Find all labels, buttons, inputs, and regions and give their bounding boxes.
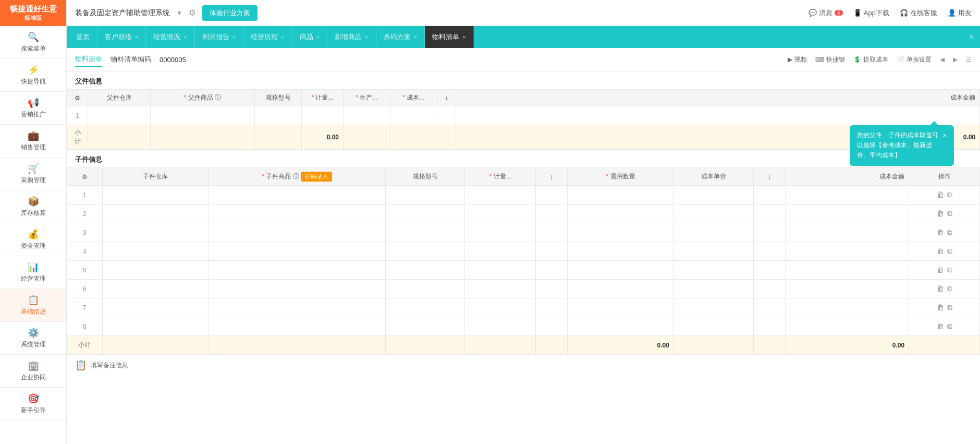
copy-icon[interactable]: ⧉: [947, 266, 952, 274]
single-settings-button[interactable]: 📄 单据设置: [897, 55, 932, 64]
bottom-text[interactable]: 填写备注信息: [91, 361, 128, 370]
child-warehouse-cell[interactable]: [102, 280, 209, 298]
child-need-qty-cell[interactable]: [568, 280, 674, 298]
tab-profit-report[interactable]: 利润报告 ×: [195, 26, 243, 48]
sub-tab-bom-list[interactable]: 物料清单: [75, 52, 102, 67]
sidebar-item-search[interactable]: 🔍 搜索菜单: [0, 26, 66, 59]
child-cost-unit-cell[interactable]: [673, 186, 753, 205]
nav-close-button[interactable]: ×: [965, 32, 978, 42]
child-cost-unit-cell[interactable]: [673, 223, 753, 242]
tab-close-icon[interactable]: ×: [232, 34, 236, 40]
child-warehouse-cell[interactable]: [102, 242, 209, 261]
child-unit-cell[interactable]: [465, 223, 536, 242]
sidebar-item-finance[interactable]: 💰 资金管理: [0, 223, 66, 256]
sidebar-item-purchase[interactable]: 🛒 采购管理: [0, 158, 66, 190]
sidebar-item-guide[interactable]: 🎯 新手引导: [0, 388, 66, 421]
tab-close-icon[interactable]: ×: [316, 34, 320, 40]
copy-icon[interactable]: ⧉: [947, 209, 952, 218]
child-need-qty-cell[interactable]: [568, 261, 674, 280]
parent-warehouse-cell[interactable]: [88, 106, 151, 125]
delete-icon[interactable]: 🗑: [937, 266, 944, 274]
child-warehouse-cell[interactable]: [102, 205, 209, 223]
child-cost-unit-cell[interactable]: [673, 205, 753, 223]
child-product-cell[interactable]: [209, 223, 385, 242]
child-need-qty-cell[interactable]: [568, 186, 674, 205]
child-spec-cell[interactable]: [385, 205, 465, 223]
sidebar-item-sales[interactable]: 💼 销售管理: [0, 125, 66, 158]
child-spec-cell[interactable]: [385, 261, 465, 280]
child-warehouse-cell[interactable]: [102, 186, 209, 205]
tab-close-icon[interactable]: ×: [183, 34, 187, 40]
delete-icon[interactable]: 🗑: [937, 247, 944, 256]
video-button[interactable]: ▶ 视频: [788, 55, 807, 64]
tab-customer[interactable]: 客户联络 ×: [97, 26, 146, 48]
tab-barcode[interactable]: 条码方案 ×: [376, 26, 425, 48]
copy-icon[interactable]: ⧉: [947, 303, 952, 312]
app-download-item[interactable]: 📱 App下载: [853, 8, 889, 18]
child-need-qty-cell[interactable]: [568, 298, 674, 317]
child-unit-cell[interactable]: [465, 186, 536, 205]
child-cost-unit-cell[interactable]: [673, 261, 753, 280]
tab-bom[interactable]: 物料清单 ×: [425, 26, 473, 48]
child-cost-unit-cell[interactable]: [673, 280, 753, 298]
delete-icon[interactable]: 🗑: [937, 284, 944, 293]
child-cost-unit-cell[interactable]: [673, 298, 753, 317]
child-need-qty-cell[interactable]: [568, 317, 674, 336]
tab-home[interactable]: 首页: [69, 26, 97, 48]
child-need-qty-cell[interactable]: [568, 205, 674, 223]
delete-icon[interactable]: 🗑: [937, 209, 944, 218]
tab-close-icon[interactable]: ×: [281, 34, 284, 40]
child-product-cell[interactable]: [209, 205, 385, 223]
child-product-cell[interactable]: [209, 298, 385, 317]
next-button[interactable]: ▶: [953, 56, 958, 63]
child-need-qty-cell[interactable]: [568, 223, 674, 242]
child-product-cell[interactable]: [209, 186, 385, 205]
dropdown-icon[interactable]: ▼: [176, 9, 182, 17]
parent-production-cell[interactable]: [344, 106, 390, 125]
tab-close-icon[interactable]: ×: [462, 34, 466, 40]
parent-cost-cell[interactable]: [390, 106, 437, 125]
child-th-settings[interactable]: ⚙: [67, 168, 103, 186]
extract-cost-button[interactable]: 💲 提取成本: [853, 55, 888, 64]
tab-close-icon[interactable]: ×: [365, 34, 368, 40]
sidebar-item-basic-info[interactable]: 📋 基础信息: [0, 289, 66, 322]
online-service-item[interactable]: 🎧 在线客服: [900, 8, 937, 18]
child-warehouse-cell[interactable]: [102, 223, 209, 242]
child-spec-cell[interactable]: [385, 280, 465, 298]
child-spec-cell[interactable]: [385, 317, 465, 336]
child-unit-cell[interactable]: [465, 280, 536, 298]
user-item[interactable]: 👤 用友: [948, 8, 972, 18]
delete-icon[interactable]: 🗑: [937, 303, 944, 312]
tab-operations-status[interactable]: 经营情况 ×: [146, 26, 194, 48]
child-product-cell[interactable]: [209, 280, 385, 298]
sidebar-item-inventory[interactable]: 📦 库存核算: [0, 190, 66, 223]
child-unit-cell[interactable]: [465, 205, 536, 223]
child-warehouse-cell[interactable]: [102, 298, 209, 317]
tab-close-icon[interactable]: ×: [135, 34, 138, 40]
menu-button[interactable]: ☰: [966, 56, 972, 63]
child-warehouse-cell[interactable]: [102, 317, 209, 336]
delete-icon[interactable]: 🗑: [937, 228, 944, 237]
delete-icon[interactable]: 🗑: [937, 322, 944, 331]
child-spec-cell[interactable]: [385, 223, 465, 242]
child-product-cell[interactable]: [209, 261, 385, 280]
parent-th-settings[interactable]: ⚙: [67, 90, 88, 106]
child-unit-cell[interactable]: [465, 261, 536, 280]
tooltip-close-button[interactable]: ×: [942, 130, 947, 141]
sidebar-item-operations[interactable]: 📊 经营管理: [0, 256, 66, 289]
child-warehouse-cell[interactable]: [102, 261, 209, 280]
message-item[interactable]: 💬 消息 6: [808, 8, 843, 18]
parent-product-cell[interactable]: [151, 106, 255, 125]
copy-icon[interactable]: ⧉: [947, 284, 952, 293]
sidebar-item-system[interactable]: ⚙️ 系统管理: [0, 322, 66, 355]
tab-close-icon[interactable]: ×: [414, 34, 417, 40]
child-cost-unit-cell[interactable]: [673, 317, 753, 336]
sidebar-item-quick-nav[interactable]: ⚡ 快捷导航: [0, 59, 66, 92]
sidebar-item-marketing[interactable]: 📢 营销推广: [0, 92, 66, 125]
parent-unit-cell[interactable]: [302, 106, 344, 125]
copy-icon[interactable]: ⧉: [947, 190, 952, 199]
copy-icon[interactable]: ⧉: [947, 228, 952, 237]
child-unit-cell[interactable]: [465, 298, 536, 317]
delete-icon[interactable]: 🗑: [937, 190, 944, 199]
child-product-cell[interactable]: [209, 317, 385, 336]
